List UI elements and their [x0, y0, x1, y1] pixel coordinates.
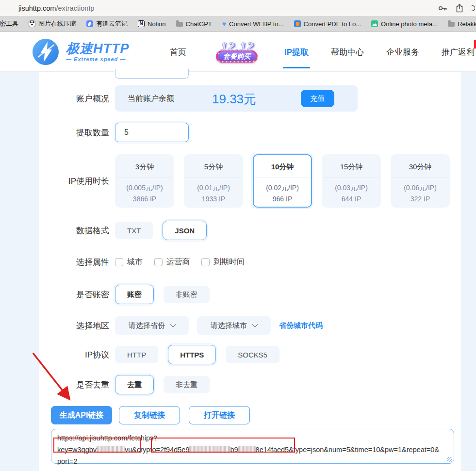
duration-ips: 322 IP	[410, 195, 430, 203]
nav-item-affiliate[interactable]: 推广返利	[442, 47, 475, 58]
open-link-button[interactable]: 打开链接	[189, 406, 250, 424]
address-bar[interactable]: jisuhttp.com/extractionIp	[18, 0, 94, 16]
clipped-input-above	[115, 69, 189, 79]
format-option-txt[interactable]: TXT	[115, 222, 153, 239]
checkbox-icon	[201, 258, 210, 266]
dedupe-option-yes[interactable]: 去重	[115, 375, 154, 394]
checkbox-city[interactable]: 城市	[115, 257, 143, 267]
partial-icon[interactable]	[471, 4, 475, 12]
bookmark-label: 加密工具	[0, 19, 18, 28]
share-icon[interactable]	[456, 3, 463, 13]
auth-label: 是否账密	[0, 289, 109, 300]
duration-price: (0.005元/IP)	[126, 184, 163, 193]
protocol-row: IP协议 HTTP HTTPS SOCKS5	[0, 345, 289, 364]
duration-option-30min[interactable]: 30分钟 (0.06元/IP) 322 IP	[391, 154, 450, 208]
youdao-note-icon	[86, 20, 93, 27]
generate-api-link-button[interactable]: 生成API链接	[51, 406, 112, 424]
recharge-button[interactable]: 充值	[301, 90, 334, 107]
badge-fragment	[474, 40, 476, 49]
bookmark-item[interactable]: 有道云笔记	[86, 19, 128, 28]
api-url-crypto-p2: b9	[230, 446, 238, 454]
dedupe-option-no[interactable]: 非去重	[164, 376, 210, 393]
city-placeholder: 请选择城市	[211, 321, 247, 330]
url-path: /extractionIp	[56, 4, 94, 12]
api-url-crypto-p3: 8e14faed5	[256, 446, 289, 454]
attributes-label: 选择属性	[0, 257, 109, 268]
bookmark-item[interactable]: ♥Convert WEBP to...	[222, 20, 284, 28]
copy-link-button[interactable]: 复制链接	[119, 406, 180, 424]
bookmarks-bar: 加密工具 图片在线压缩 有道云笔记 NNotion ChatGPT ♥Conve…	[0, 16, 476, 32]
duration-option-3min[interactable]: 3分钟 (0.005元/IP) 3866 IP	[115, 154, 174, 208]
auth-option-credentials[interactable]: 账密	[115, 285, 154, 304]
api-url-key-prefix: key=w3qgbv	[57, 446, 97, 454]
dedupe-label: 是否去重	[0, 379, 109, 390]
heart-icon: ♥	[222, 20, 226, 27]
main-nav: 首页 12.12 套餐购买 IP提取 帮助中心 企业服务 推广返利	[170, 32, 476, 72]
api-url-line3: port=2	[57, 457, 78, 465]
checkbox-label: 城市	[127, 257, 143, 267]
site-logo[interactable]: 极速HTTP — Extreme speed —	[31, 37, 130, 66]
bookmark-item[interactable]: Online photo meta...	[371, 20, 438, 28]
nav-item-home[interactable]: 首页	[170, 47, 186, 58]
bookmark-label: 有道云笔记	[96, 19, 128, 28]
province-select[interactable]: 请选择省份	[115, 316, 189, 335]
duration-name: 30分钟	[409, 155, 432, 178]
browser-top-bar: jisuhttp.com/extractionIp	[0, 0, 476, 16]
duration-name: 3分钟	[135, 155, 154, 178]
balance-value: 19.33元	[212, 91, 256, 108]
account-row: 账户概况 当前账户余额 19.33元 充值	[0, 85, 358, 112]
checkbox-label: 到期时间	[213, 257, 245, 267]
lightning-logo-icon	[31, 37, 60, 66]
api-url-key-suffix: vu&crypto=	[125, 446, 160, 454]
duration-label: IP使用时长	[0, 176, 109, 187]
checkbox-expiry[interactable]: 到期时间	[201, 257, 245, 267]
checkbox-icon	[115, 258, 123, 266]
resize-handle[interactable]	[447, 457, 452, 462]
bookmark-item[interactable]: 图片在线压缩	[29, 19, 76, 28]
format-label: 数据格式	[0, 225, 109, 236]
checkbox-carrier[interactable]: 运营商	[154, 257, 190, 267]
province-placeholder: 请选择省份	[129, 321, 165, 330]
duration-option-5min[interactable]: 5分钟 (0.01元/IP) 1933 IP	[184, 154, 243, 208]
duration-option-10min[interactable]: 10分钟 (0.02元/IP) 966 IP	[253, 154, 312, 208]
key-icon[interactable]	[438, 4, 448, 12]
balance-label: 当前账户余额	[128, 94, 174, 104]
duration-ips: 966 IP	[273, 195, 292, 203]
duration-option-15min[interactable]: 15分钟 (0.03元/IP) 644 IP	[322, 154, 381, 208]
pdf-converter-icon	[294, 20, 301, 27]
bookmark-item[interactable]: Relakkes	[448, 20, 476, 28]
bookmark-label: Convert PDF to Lo...	[304, 20, 361, 28]
province-city-code-link[interactable]: 省份城市代码	[279, 321, 323, 330]
protocol-option-http[interactable]: HTTP	[115, 346, 158, 363]
nav-item-enterprise[interactable]: 企业服务	[386, 47, 419, 58]
logo-subtitle: — Extreme speed —	[66, 56, 130, 62]
quantity-input[interactable]	[115, 123, 189, 142]
api-url-crypto-p1: 2f94d5e9	[160, 446, 189, 454]
notion-icon: N	[138, 20, 145, 27]
duration-price: (0.01元/IP)	[197, 184, 230, 193]
nav-item-ip-extract[interactable]: IP提取	[284, 47, 309, 58]
protocol-option-socks5[interactable]: SOCKS5	[226, 346, 279, 363]
bookmark-item[interactable]: ChatGPT	[176, 20, 212, 28]
nav-item-help-center[interactable]: 帮助中心	[331, 47, 364, 58]
api-url-line1: https://api.jisuhttp.com/fetchips?	[57, 434, 157, 442]
checkbox-icon	[154, 258, 163, 266]
checkbox-label: 运营商	[166, 257, 190, 267]
format-option-json[interactable]: JSON	[163, 221, 207, 240]
duration-name: 10分钟	[271, 155, 294, 178]
city-select[interactable]: 请选择城市	[197, 316, 271, 335]
auth-option-no-credentials[interactable]: 非账密	[164, 286, 210, 303]
bookmark-item[interactable]: Convert PDF to Lo...	[294, 20, 361, 28]
promo-label: 套餐购买	[218, 51, 256, 61]
duration-price: (0.03元/IP)	[335, 184, 368, 193]
page-content: 账户概况 当前账户余额 19.33元 充值 提取数量 IP使用时长 3分钟	[0, 72, 476, 471]
bookmark-item[interactable]: NNotion	[138, 20, 166, 28]
folder-icon	[176, 22, 183, 27]
bookmark-item[interactable]: 加密工具	[0, 19, 18, 28]
protocol-label: IP协议	[0, 349, 109, 360]
region-row: 选择地区 请选择省份 请选择城市 省份城市代码	[0, 316, 323, 335]
api-url-textarea[interactable]: https://api.jisuhttp.com/fetchips? key=w…	[51, 429, 454, 464]
screen: jisuhttp.com/extractionIp 加密工具 图片在线压缩 有道…	[0, 0, 476, 471]
protocol-option-https[interactable]: HTTPS	[168, 345, 216, 364]
promo-badge-1212[interactable]: 12.12 套餐购买	[209, 40, 265, 63]
